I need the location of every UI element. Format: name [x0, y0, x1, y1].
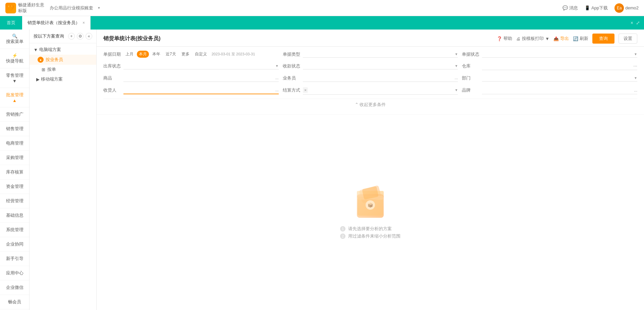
- date-tab-more[interactable]: 更多: [179, 51, 192, 58]
- print-arrow: ▼: [545, 36, 549, 41]
- sidebar-item-enterprise[interactable]: 企业协同: [0, 237, 29, 252]
- bill-status-select[interactable]: ▼: [482, 51, 637, 58]
- sidebar-item-inventory[interactable]: 库存核算: [0, 165, 29, 179]
- tab-active[interactable]: 销货单统计表（按业务员） ×: [22, 16, 91, 30]
- date-tab-this-month[interactable]: 本月: [137, 51, 149, 58]
- filter-date: 单据日期 上月 本月 本年 近7天 更多 自定义 2023-03-01 至 20…: [103, 51, 279, 58]
- filter-settlement: 结算方式 × ▼: [283, 86, 458, 95]
- date-tab-this-year[interactable]: 本年: [150, 51, 162, 58]
- collapse-icon: ⌃: [355, 102, 359, 107]
- empty-hint-2: 2 用过滤条件来缩小分析范围: [340, 233, 400, 239]
- brand-dots[interactable]: ...: [634, 88, 637, 93]
- sidebar-item-operation[interactable]: 经营管理: [0, 194, 29, 208]
- sidebar-item-wholesale[interactable]: 批发管理 ▲: [0, 88, 29, 107]
- system-dropdown-arrow[interactable]: ▼: [97, 6, 101, 10]
- tree-child-by-salesman[interactable]: ● 按业务员: [30, 55, 96, 65]
- consignee-input[interactable]: ...: [123, 86, 279, 94]
- date-tab-7days[interactable]: 近7天: [164, 51, 178, 58]
- expand-icon[interactable]: ⤢: [636, 20, 640, 25]
- salesman-input[interactable]: ...: [303, 74, 458, 82]
- content-area: 销货单统计表(按业务员) ❓ 帮助 🖨 按模板打印 ▼ 📤 导出: [97, 30, 644, 310]
- goods-label: 商品: [103, 75, 121, 81]
- date-tab-custom[interactable]: 自定义: [193, 51, 209, 58]
- department-select[interactable]: ▼: [482, 75, 637, 82]
- add-scheme-button[interactable]: +: [68, 33, 75, 40]
- sidebar-item-sales[interactable]: 销售管理: [0, 122, 29, 136]
- close-window-icon[interactable]: ×: [631, 20, 633, 25]
- brand-input[interactable]: ...: [482, 87, 637, 94]
- sidebar-item-system[interactable]: 系统管理: [0, 223, 29, 237]
- tree-desktop-parent[interactable]: ▼ 电脑端方案: [30, 45, 96, 55]
- sidebar-finance-label: 资金管理: [3, 184, 26, 190]
- warehouse-input[interactable]: ···: [482, 62, 637, 70]
- sidebar-item-retail[interactable]: 零售管理 ▼: [0, 68, 29, 88]
- filter-goods: 商品 ...: [103, 74, 279, 82]
- empty-hints: 1 请先选择要分析的方案 2 用过滤条件来缩小分析范围: [340, 224, 400, 241]
- date-tab-last-month[interactable]: 上月: [123, 51, 136, 58]
- consignee-dots[interactable]: ...: [275, 88, 279, 92]
- warehouse-dots[interactable]: ···: [633, 63, 637, 68]
- sidebar-item-wechat[interactable]: 企业微信: [0, 280, 29, 295]
- message-icon: 💬: [562, 5, 568, 10]
- filter-row-2: 出库状态 ▼ 收款状态 ▼ 仓库 ···: [103, 62, 637, 70]
- salesman-dots[interactable]: ...: [454, 75, 458, 80]
- user-menu[interactable]: Ea demo2: [614, 3, 639, 13]
- sidebar-item-basic[interactable]: 基础信息: [0, 208, 29, 223]
- tree-order-label: 按单: [47, 66, 56, 72]
- message-button[interactable]: 💬 消息: [562, 5, 578, 11]
- nav-icon: ⚡: [3, 53, 26, 58]
- sidebar-item-apps[interactable]: 应用中心: [0, 266, 29, 280]
- sidebar-operation-label: 经营管理: [3, 198, 26, 204]
- sidebar-search-label: 搜索菜单: [3, 39, 26, 45]
- goods-dots[interactable]: ...: [275, 75, 279, 80]
- tab-close-icon[interactable]: ×: [83, 20, 85, 25]
- filter-salesman: 业务员 ...: [283, 74, 458, 82]
- hint-num-2: 2: [340, 234, 345, 239]
- tree-grandchild-by-order[interactable]: ⊞ 按单: [30, 65, 96, 74]
- collapse-panel-button[interactable]: «: [86, 33, 92, 40]
- tree-expand-icon: ▼: [34, 47, 38, 52]
- export-button[interactable]: 📤 导出: [553, 36, 569, 42]
- settings-button[interactable]: 设置: [619, 34, 637, 44]
- mobile-icon: 📱: [585, 5, 590, 10]
- sidebar-item-ecommerce[interactable]: 电商管理: [0, 136, 29, 151]
- user-name: demo2: [625, 5, 639, 10]
- left-panel-title: 按以下方案查询: [34, 33, 64, 39]
- filter-bill-type: 单据类型 ▼: [283, 51, 458, 58]
- search-icon: 🔍: [3, 34, 26, 39]
- query-button[interactable]: 查询: [592, 34, 614, 44]
- empty-illustration: 📦: [350, 184, 390, 218]
- sidebar-item-marketing[interactable]: 营销推广: [0, 107, 29, 122]
- logo-area[interactable]: 🧡 畅捷通好生意 标版: [5, 2, 44, 14]
- settlement-tag-close[interactable]: ×: [304, 88, 307, 93]
- message-label: 消息: [569, 5, 578, 11]
- left-panel: 按以下方案查询 + ⚙ « ▼ 电脑端方案 ● 按业务员 ⊞ 按单 ▶ 移动端: [30, 30, 97, 310]
- goods-input[interactable]: ...: [123, 74, 279, 82]
- logo-text: 畅捷通好生意 标版: [18, 2, 44, 14]
- print-button[interactable]: 🖨 按模板打印 ▼: [516, 36, 549, 42]
- export-icon: 📤: [553, 36, 559, 41]
- sidebar-quick-nav[interactable]: ⚡ 快捷导航: [0, 49, 29, 68]
- bill-type-arrow: ▼: [454, 52, 458, 56]
- receipt-status-select[interactable]: ▼: [303, 63, 458, 69]
- collapse-bar[interactable]: ⌃ 收起更多条件: [103, 99, 637, 110]
- settlement-select[interactable]: × ▼: [303, 86, 458, 95]
- sidebar-item-finance[interactable]: 资金管理: [0, 179, 29, 194]
- sidebar-search[interactable]: 🔍 搜索菜单: [0, 30, 29, 49]
- bill-type-select[interactable]: ▼: [303, 51, 458, 58]
- sidebar-item-members[interactable]: 畅会员: [0, 295, 29, 309]
- tree-mobile-parent[interactable]: ▶ 移动端方案: [30, 74, 96, 84]
- tab-home[interactable]: 首页: [0, 16, 22, 30]
- page-header: 销货单统计表(按业务员) ❓ 帮助 🖨 按模板打印 ▼ 📤 导出: [97, 30, 644, 47]
- avatar: Ea: [614, 3, 624, 13]
- sidebar-item-purchase[interactable]: 采购管理: [0, 151, 29, 165]
- help-button[interactable]: ❓ 帮助: [497, 36, 512, 42]
- system-name[interactable]: 办公用品行业模拟账套: [50, 5, 93, 11]
- app-download-button[interactable]: 📱 App下载: [585, 5, 608, 11]
- out-status-select[interactable]: ▼: [123, 63, 279, 69]
- sidebar-item-newbie[interactable]: 新手引导: [0, 252, 29, 266]
- refresh-button[interactable]: 🔄 刷新: [573, 36, 588, 42]
- settings-scheme-button[interactable]: ⚙: [77, 33, 84, 40]
- top-header: 🧡 畅捷通好生意 标版 办公用品行业模拟账套 ▼ 💬 消息 📱 App下载 Ea…: [0, 0, 644, 16]
- department-arrow: ▼: [634, 76, 637, 80]
